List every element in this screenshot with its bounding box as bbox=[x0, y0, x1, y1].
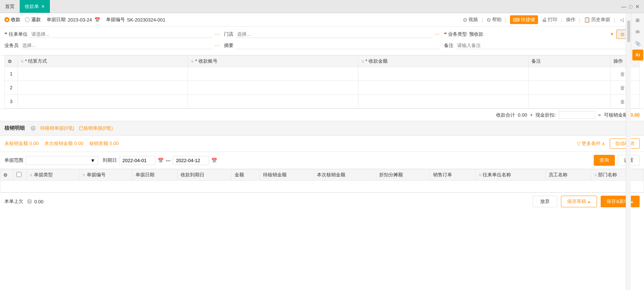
per-page-info-icon[interactable]: ? bbox=[27, 199, 32, 204]
row-2-amount[interactable] bbox=[358, 81, 528, 95]
lower-th-discount: 折扣分摊额 bbox=[376, 169, 430, 181]
filter-row: 未核销金额 0.00 本次核销金额 0.00 核销差额 0.00 ▽ 更多条件 … bbox=[0, 136, 644, 152]
row-3-note[interactable] bbox=[528, 95, 610, 109]
counterpart-label: ** 往来单位 bbox=[4, 31, 28, 38]
row-1-account[interactable] bbox=[188, 67, 358, 81]
row-1-settlement[interactable] bbox=[18, 67, 188, 81]
row-3-delete-icon[interactable]: 🗑 bbox=[620, 99, 625, 105]
query-button[interactable]: 查询 bbox=[594, 155, 615, 166]
print-icon: 🖨 bbox=[542, 17, 547, 23]
row-2-note[interactable] bbox=[528, 81, 610, 95]
row-2-num: 2 bbox=[5, 81, 18, 95]
right-scrollbar[interactable] bbox=[626, 13, 631, 290]
minimize-button[interactable]: — bbox=[621, 4, 627, 9]
date-from-input[interactable] bbox=[119, 156, 156, 165]
help-icon: ⊙ bbox=[487, 17, 491, 23]
due-date-label: 到期日 bbox=[103, 157, 117, 164]
lower-th-checkbox bbox=[13, 169, 27, 181]
row-2-account[interactable] bbox=[188, 81, 358, 95]
tab-receipt-close[interactable]: ✕ bbox=[41, 4, 45, 9]
store-ellipsis[interactable]: ··· bbox=[435, 31, 439, 37]
form-row-1: ** 往来单位 ··· 门店 ··· ** 业务类型 预收款 ▼ ⚙ 设置 bbox=[4, 30, 640, 39]
staff-ellipsis[interactable]: ··· bbox=[215, 43, 220, 48]
calendar-from-icon[interactable]: 📅 bbox=[158, 158, 164, 163]
done-tab[interactable]: 已核销单据(0笔) bbox=[79, 125, 113, 132]
th-amount: ⇅ * 收款金额 bbox=[358, 56, 528, 67]
layout-list-btn[interactable]: ◁ bbox=[619, 16, 625, 23]
row-1-op: 🗑 ⧉ bbox=[610, 67, 640, 81]
row-1-delete-icon[interactable]: 🗑 bbox=[620, 71, 625, 77]
receipt-type-radio: 收款 退款 bbox=[4, 16, 41, 23]
print-btn[interactable]: 🖨 打印 bbox=[542, 16, 557, 23]
total-label: 收款合计 bbox=[496, 112, 515, 118]
help-btn[interactable]: ⊙ 帮助 bbox=[487, 16, 502, 23]
current-stat: 本次核销金额 0.00 bbox=[44, 140, 83, 147]
date-to-input[interactable] bbox=[173, 156, 209, 165]
video-btn[interactable]: ⊙ 视频 bbox=[463, 16, 478, 23]
abandon-button[interactable]: 放弃 bbox=[533, 196, 557, 207]
row-3-account[interactable] bbox=[188, 95, 358, 109]
range-select[interactable]: ▼ bbox=[25, 156, 98, 165]
save-draft-arrow: ▲ bbox=[588, 200, 591, 204]
lower-select-all-checkbox[interactable] bbox=[16, 172, 21, 177]
radio-refund[interactable]: 退款 bbox=[25, 16, 41, 23]
scrollbar-thumb[interactable] bbox=[627, 20, 630, 42]
counterpart-input[interactable] bbox=[30, 31, 213, 38]
shortcut-btn[interactable]: ⌨ 快捷键 bbox=[510, 15, 538, 24]
lower-th-counterpart: ⇅ 往来单位名称 bbox=[475, 169, 545, 181]
calendar-icon[interactable]: 📅 bbox=[94, 17, 100, 23]
row-2-delete-icon[interactable]: 🗑 bbox=[620, 85, 625, 91]
sidebar-ai-icon[interactable]: Ai bbox=[632, 50, 643, 60]
th-note: 备注 bbox=[528, 56, 610, 67]
row-3-settlement[interactable] bbox=[18, 95, 188, 109]
radio-receipt-label: 收款 bbox=[11, 16, 20, 23]
lower-th-date: 单据日期 bbox=[132, 169, 177, 181]
business-type-value: 预收款 bbox=[469, 31, 608, 38]
th-settings[interactable]: ⚙ bbox=[5, 56, 18, 67]
radio-receipt[interactable]: 收款 bbox=[4, 16, 20, 23]
number-field: 单据编号 SK-20230324-001 bbox=[106, 16, 166, 23]
number-label: 单据编号 bbox=[106, 16, 125, 23]
number-value[interactable]: SK-20230324-001 bbox=[127, 17, 166, 23]
tab-home[interactable]: 首页 bbox=[0, 0, 20, 13]
operation-btn[interactable]: 操作 bbox=[566, 16, 576, 23]
lower-th-settings[interactable]: ⚙ bbox=[0, 169, 13, 181]
date-value[interactable]: 2023-03-24 bbox=[68, 17, 92, 23]
note-input[interactable] bbox=[456, 42, 640, 49]
close-button[interactable]: ✕ bbox=[635, 4, 640, 9]
lower-th-dept: ⇅ 部门名称 bbox=[591, 169, 644, 181]
save-draft-button[interactable]: 保存草稿 ▲ bbox=[561, 196, 597, 207]
net-value: 0.00 bbox=[631, 112, 640, 118]
calendar-to-icon[interactable]: 📅 bbox=[211, 158, 217, 163]
video-icon: ⊙ bbox=[463, 17, 467, 23]
staff-input[interactable] bbox=[21, 42, 213, 49]
section-info-icon[interactable]: ? bbox=[31, 126, 36, 131]
discount-input[interactable] bbox=[559, 111, 595, 119]
row-1-note[interactable] bbox=[528, 67, 610, 81]
maximize-button[interactable]: □ bbox=[629, 4, 632, 9]
date-field: 单据日期 2023-03-24 📅 bbox=[47, 16, 100, 23]
more-conditions-btn[interactable]: ▽ 更多条件 ∧ bbox=[577, 140, 605, 147]
history-label: 历史单据 bbox=[591, 16, 610, 23]
lower-th-current: 本次核销金额 bbox=[314, 169, 376, 181]
diff-stat: 核销差额 0.00 bbox=[89, 140, 119, 147]
sidebar-table-icon[interactable]: ⊞ bbox=[632, 15, 643, 26]
row-2-settlement[interactable] bbox=[18, 81, 188, 95]
store-input[interactable] bbox=[236, 31, 432, 38]
row-1-amount[interactable] bbox=[358, 67, 528, 81]
per-page-label: 本单上欠 bbox=[4, 198, 23, 205]
row-3-amount[interactable] bbox=[358, 95, 528, 109]
pending-tab[interactable]: 待核销单据(0笔) bbox=[40, 125, 74, 132]
summary-input[interactable] bbox=[236, 42, 439, 49]
table-area: ⚙ ⇅ * 结算方式 ⇅ * 收款账号 ⇅ * 收款金额 bbox=[0, 55, 644, 109]
unchecked-stat: 未核销金额 0.00 bbox=[4, 140, 39, 147]
history-btn[interactable]: 📋 历史单据 bbox=[584, 16, 610, 23]
auto-offset-button[interactable]: 自动核销 bbox=[610, 138, 640, 149]
tab-receipt-label: 收款单 bbox=[25, 3, 39, 10]
business-type-dropdown[interactable]: ▼ bbox=[610, 32, 614, 37]
sidebar-clip-icon[interactable]: 📎 bbox=[632, 38, 643, 49]
save-new-button[interactable]: 保存&新增 ▲ bbox=[601, 196, 640, 207]
tab-receipt[interactable]: 收款单 ✕ bbox=[20, 0, 50, 13]
counterpart-ellipsis[interactable]: ··· bbox=[215, 31, 220, 37]
sidebar-mail-icon[interactable]: ✉ bbox=[632, 26, 643, 37]
